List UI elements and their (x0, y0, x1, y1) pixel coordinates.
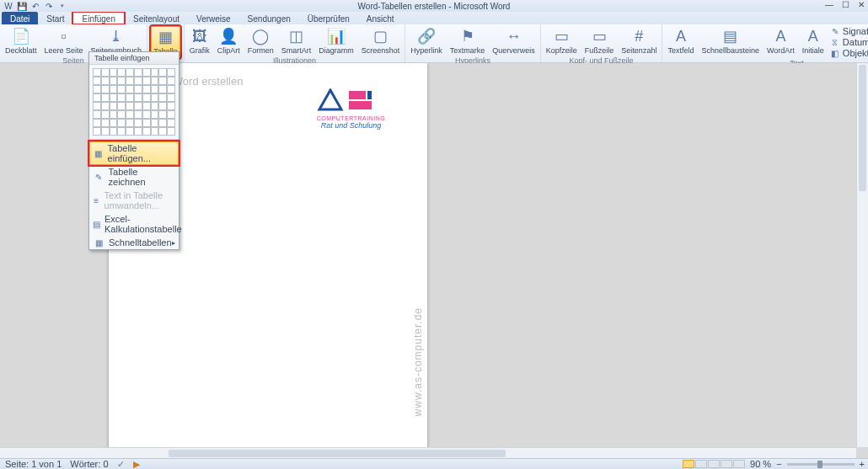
grid-cell[interactable] (93, 119, 101, 127)
tab-ansicht[interactable]: Ansicht (358, 12, 403, 24)
redo-icon[interactable]: ↷ (44, 1, 54, 11)
grid-cell[interactable] (158, 77, 167, 85)
grid-cell[interactable] (117, 119, 126, 127)
grid-cell[interactable] (167, 127, 175, 136)
grid-cell[interactable] (134, 127, 142, 136)
hscroll-thumb[interactable] (169, 450, 506, 457)
view-full-reading[interactable] (695, 460, 707, 468)
grid-cell[interactable] (117, 77, 126, 85)
grid-cell[interactable] (101, 68, 110, 77)
status-words[interactable]: Wörter: 0 (70, 459, 108, 470)
grid-cell[interactable] (110, 127, 118, 136)
grid-cell[interactable] (101, 85, 110, 93)
grid-cell[interactable] (142, 93, 151, 102)
grid-cell[interactable] (151, 127, 159, 136)
grid-cell[interactable] (110, 68, 118, 77)
grid-cell[interactable] (110, 102, 118, 110)
grid-cell[interactable] (126, 119, 134, 127)
menu-tabelle-einf-gen[interactable]: ▦Tabelle einfügen... (89, 141, 179, 165)
view-web-layout[interactable] (708, 460, 720, 468)
grid-cell[interactable] (126, 110, 134, 119)
minimize-button[interactable]: — (825, 0, 833, 9)
grid-cell[interactable] (101, 102, 110, 110)
vscroll-thumb[interactable] (859, 65, 866, 191)
grid-cell[interactable] (158, 127, 167, 136)
grid-cell[interactable] (158, 68, 167, 77)
ribbon-hyperlink[interactable]: 🔗Hyperlink (409, 26, 444, 56)
grid-cell[interactable] (110, 85, 118, 93)
grid-cell[interactable] (117, 93, 126, 102)
grid-cell[interactable] (126, 127, 134, 136)
grid-cell[interactable] (93, 68, 101, 77)
grid-cell[interactable] (167, 77, 175, 85)
grid-cell[interactable] (117, 68, 126, 77)
tab-file[interactable]: Datei (2, 12, 38, 24)
tab-seitenlayout[interactable]: Seitenlayout (125, 12, 188, 24)
grid-cell[interactable] (134, 68, 142, 77)
grid-cell[interactable] (158, 110, 167, 119)
grid-cell[interactable] (158, 102, 167, 110)
tab-sendungen[interactable]: Sendungen (239, 12, 299, 24)
ribbon-clipart[interactable]: 👤ClipArt (216, 26, 242, 56)
grid-cell[interactable] (101, 77, 110, 85)
grid-cell[interactable] (167, 110, 175, 119)
grid-cell[interactable] (126, 68, 134, 77)
vertical-scrollbar[interactable] (856, 63, 868, 447)
grid-cell[interactable] (142, 85, 151, 93)
ribbon-screenshot[interactable]: ▢Screenshot (360, 26, 402, 56)
grid-cell[interactable] (126, 102, 134, 110)
grid-cell[interactable] (134, 85, 142, 93)
ribbon-leere-seite[interactable]: ▫Leere Seite (43, 26, 85, 56)
horizontal-scrollbar[interactable] (0, 447, 856, 458)
menu-schnelltabellen[interactable]: ▦Schnelltabellen▸ (89, 236, 179, 249)
view-draft[interactable] (733, 460, 745, 468)
grid-cell[interactable] (110, 77, 118, 85)
ribbon-querverweis[interactable]: ↔Querverweis (490, 26, 537, 56)
grid-cell[interactable] (134, 102, 142, 110)
grid-cell[interactable] (151, 77, 159, 85)
grid-cell[interactable] (158, 85, 167, 93)
table-grid-picker[interactable] (89, 65, 179, 137)
grid-cell[interactable] (117, 102, 126, 110)
view-outline[interactable] (721, 460, 732, 468)
grid-cell[interactable] (142, 77, 151, 85)
ribbon-grafik[interactable]: 🖼Grafik (188, 26, 212, 56)
grid-cell[interactable] (101, 93, 110, 102)
grid-cell[interactable] (134, 119, 142, 127)
grid-cell[interactable] (110, 93, 118, 102)
zoom-out-button[interactable]: − (776, 459, 781, 469)
grid-cell[interactable] (158, 93, 167, 102)
grid-cell[interactable] (101, 127, 110, 136)
grid-cell[interactable] (142, 119, 151, 127)
grid-cell[interactable] (151, 85, 159, 93)
grid-cell[interactable] (126, 77, 134, 85)
grid-cell[interactable] (167, 93, 175, 102)
grid-cell[interactable] (158, 119, 167, 127)
grid-cell[interactable] (142, 110, 151, 119)
grid-cell[interactable] (134, 93, 142, 102)
grid-cell[interactable] (167, 102, 175, 110)
grid-cell[interactable] (126, 85, 134, 93)
status-macro-icon[interactable]: ▶ (133, 459, 140, 470)
ribbon-fu-zeile[interactable]: ▭Fußzeile (583, 26, 616, 56)
ribbon-diagramm[interactable]: 📊Diagramm (317, 26, 356, 56)
tab-start[interactable]: Start (38, 12, 72, 24)
grid-cell[interactable] (117, 110, 126, 119)
grid-cell[interactable] (93, 127, 101, 136)
maximize-button[interactable]: ☐ (842, 0, 849, 9)
grid-cell[interactable] (117, 85, 126, 93)
grid-cell[interactable] (167, 68, 175, 77)
status-lang-icon[interactable]: ✓ (117, 459, 125, 470)
grid-cell[interactable] (110, 110, 118, 119)
grid-cell[interactable] (167, 85, 175, 93)
grid-cell[interactable] (151, 102, 159, 110)
grid-cell[interactable] (167, 119, 175, 127)
grid-cell[interactable] (151, 68, 159, 77)
grid-cell[interactable] (93, 77, 101, 85)
tab-verweise[interactable]: Verweise (188, 12, 239, 24)
grid-cell[interactable] (151, 93, 159, 102)
qat-dropdown-icon[interactable]: ▾ (57, 1, 67, 11)
ribbon-schnellbausteine[interactable]: ▤Schnellbausteine (699, 26, 761, 56)
zoom-thumb[interactable] (817, 461, 822, 468)
ribbon-datum-und-uhrzeit[interactable]: ⧖Datum und Uhrzeit ▾ (830, 37, 868, 48)
